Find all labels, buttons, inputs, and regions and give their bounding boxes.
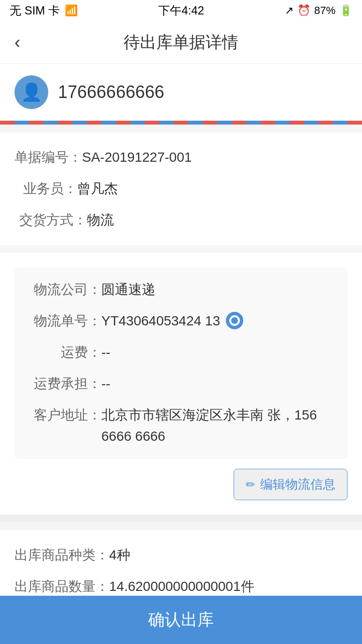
freight-value: -- xyxy=(101,342,333,364)
goods-quantity-row: 出库商品数量： 14.620000000000001件 xyxy=(14,576,348,598)
page-title: 待出库单据详情 xyxy=(124,31,238,54)
nav-bar: ‹ 待出库单据详情 xyxy=(0,21,362,64)
address-value: 北京市市辖区海淀区永丰南 张，156 6666 6666 xyxy=(101,405,333,448)
customer-phone: 17666666666 xyxy=(58,82,164,102)
freight-bearer-label: 运费承担： xyxy=(29,373,101,395)
salesman-label: 业务员： xyxy=(14,178,77,200)
alarm-icon: ⏰ xyxy=(297,4,310,17)
customer-header: 👤 17666666666 xyxy=(0,64,362,121)
order-info-section: 单据编号： SA-20191227-001 业务员： 曾凡杰 交货方式： 物流 xyxy=(0,132,362,245)
edit-btn-label: 编辑物流信息 xyxy=(260,476,335,493)
logistics-tracking-value: YT43064053424 13 xyxy=(101,310,333,332)
order-no-label: 单据编号： xyxy=(14,147,82,168)
salesman-value: 曾凡杰 xyxy=(77,178,348,200)
address-label: 客户地址： xyxy=(29,405,101,426)
status-bar: 无 SIM 卡 📶 下午4:42 ↗ ⏰ 87% 🔋 xyxy=(0,0,362,21)
logistics-company-label: 物流公司： xyxy=(29,279,101,301)
logistics-company-row: 物流公司： 圆通速递 xyxy=(29,279,333,301)
confirm-button[interactable]: 确认出库 xyxy=(0,596,362,644)
edit-logistics-button[interactable]: ✏ 编辑物流信息 xyxy=(234,469,348,500)
battery-text: 87% xyxy=(314,4,335,17)
bottom-area: 确认出库 xyxy=(0,596,362,644)
battery-icon: 🔋 xyxy=(339,4,352,17)
wifi-icon: 📶 xyxy=(65,4,78,17)
address-row: 客户地址： 北京市市辖区海淀区永丰南 张，156 6666 6666 xyxy=(29,405,333,448)
goods-quantity-label: 出库商品数量： xyxy=(14,576,109,598)
edit-btn-container: ✏ 编辑物流信息 xyxy=(14,459,348,500)
delivery-label: 交货方式： xyxy=(14,210,87,231)
goods-quantity-value: 14.620000000000001件 xyxy=(109,576,348,598)
salesman-row: 业务员： 曾凡杰 xyxy=(14,178,348,200)
status-time: 下午4:42 xyxy=(158,3,204,18)
edit-icon: ✏ xyxy=(246,478,255,491)
freight-row: 运费： -- xyxy=(29,342,333,364)
avatar: 👤 xyxy=(14,75,48,109)
location-active-icon: ↗ xyxy=(285,4,293,17)
delivery-value: 物流 xyxy=(87,210,348,231)
logistics-section: 物流公司： 圆通速递 物流单号： YT43064053424 13 运费： --… xyxy=(0,253,362,515)
logistics-company-value: 圆通速递 xyxy=(101,279,333,301)
freight-label: 运费： xyxy=(29,342,101,364)
carrier-text: 无 SIM 卡 xyxy=(10,3,60,18)
goods-category-row: 出库商品种类： 4种 xyxy=(14,545,348,566)
freight-bearer-row: 运费承担： -- xyxy=(29,373,333,395)
order-no-row: 单据编号： SA-20191227-001 xyxy=(14,147,348,168)
logistics-tracking-label: 物流单号： xyxy=(29,310,101,332)
logistics-box: 物流公司： 圆通速递 物流单号： YT43064053424 13 运费： --… xyxy=(14,267,348,459)
status-right: ↗ ⏰ 87% 🔋 xyxy=(285,4,352,17)
logistics-tracking-row: 物流单号： YT43064053424 13 xyxy=(29,310,333,332)
tracking-number: YT43064053424 13 xyxy=(101,310,220,332)
dashed-divider xyxy=(0,121,362,125)
location-icon[interactable] xyxy=(226,312,243,329)
separator xyxy=(0,515,362,522)
goods-category-value: 4种 xyxy=(109,545,348,566)
freight-bearer-value: -- xyxy=(101,373,333,395)
status-left: 无 SIM 卡 📶 xyxy=(10,3,78,18)
back-button[interactable]: ‹ xyxy=(14,32,43,53)
goods-category-label: 出库商品种类： xyxy=(14,545,109,566)
order-no-value: SA-20191227-001 xyxy=(82,147,348,168)
delivery-row: 交货方式： 物流 xyxy=(14,210,348,231)
avatar-icon: 👤 xyxy=(21,82,42,102)
